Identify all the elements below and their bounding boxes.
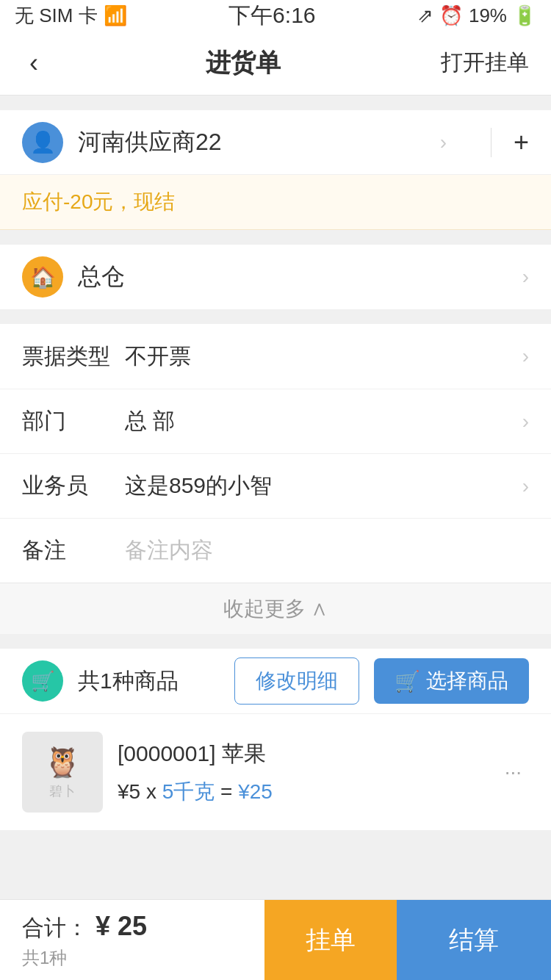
gap-4 bbox=[0, 634, 551, 649]
staff-value: 这是859的小智 bbox=[125, 471, 522, 501]
note-row[interactable]: 备注 备注内容 bbox=[0, 518, 551, 583]
product-name: [0000001] 苹果 bbox=[118, 739, 483, 769]
total-sub: 共1种 bbox=[22, 946, 242, 970]
total-amount: ¥ 25 bbox=[96, 911, 147, 942]
alert-text: 应付-20元，现结 bbox=[22, 190, 175, 213]
product-thumbnail: 🦉 碧卜 bbox=[22, 732, 103, 813]
supplier-avatar: 👤 bbox=[22, 122, 63, 163]
home-icon: 🏠 bbox=[30, 265, 56, 289]
dept-value: 总 部 bbox=[125, 406, 522, 436]
total-main: 合计： ¥ 25 bbox=[22, 911, 242, 943]
product-title: 苹果 bbox=[222, 741, 266, 765]
total-value: ¥25 bbox=[238, 780, 273, 803]
note-label: 备注 bbox=[22, 536, 125, 566]
content-area: 👤 河南供应商22 › + 应付-20元，现结 🏠 总仓 › 票据类型 不开票 bbox=[0, 96, 551, 918]
staff-row[interactable]: 业务员 这是859的小智 › bbox=[0, 453, 551, 518]
warehouse-icon: 🏠 bbox=[22, 256, 63, 298]
staff-label: 业务员 bbox=[22, 471, 125, 501]
chevron-right-icon: › bbox=[522, 265, 529, 289]
product-code: [0000001] bbox=[118, 741, 215, 765]
select-label: 选择商品 bbox=[426, 667, 508, 695]
product-info: [0000001] 苹果 ¥5 x 5千克 = ¥25 bbox=[118, 739, 483, 806]
supplier-section: 👤 河南供应商22 › + 应付-20元，现结 bbox=[0, 110, 551, 230]
ticket-value: 不开票 bbox=[125, 342, 522, 372]
location-icon: ⇗ bbox=[417, 4, 433, 27]
battery-icon: 🔋 bbox=[513, 4, 536, 27]
bottom-total: 合计： ¥ 25 共1种 bbox=[0, 911, 264, 970]
add-button[interactable]: + bbox=[514, 127, 529, 158]
equals-sign: = bbox=[220, 780, 238, 803]
supplier-name: 河南供应商22 bbox=[78, 126, 440, 159]
chevron-right-icon: › bbox=[522, 345, 529, 368]
back-button[interactable]: ‹ bbox=[22, 40, 46, 86]
product-price: ¥5 x 5千克 = ¥25 bbox=[118, 778, 483, 806]
note-input[interactable]: 备注内容 bbox=[125, 536, 529, 566]
alert-row: 应付-20元，现结 bbox=[0, 175, 551, 230]
qty-value: 5千克 bbox=[162, 780, 215, 803]
open-hang-button[interactable]: 打开挂单 bbox=[441, 48, 529, 78]
warehouse-name: 总仓 bbox=[78, 261, 522, 293]
chevron-right-icon: › bbox=[440, 131, 447, 154]
battery-level: 19% bbox=[469, 4, 507, 27]
checkout-button[interactable]: 结算 bbox=[397, 900, 551, 981]
more-button[interactable]: ··· bbox=[497, 753, 529, 791]
dept-row[interactable]: 部门 总 部 › bbox=[0, 389, 551, 453]
hang-button[interactable]: 挂单 bbox=[264, 900, 397, 981]
bottom-bar: 合计： ¥ 25 共1种 挂单 结算 bbox=[0, 899, 551, 980]
gap-2 bbox=[0, 230, 551, 245]
cart-icon: 🛒 bbox=[31, 670, 54, 693]
ticket-type-row[interactable]: 票据类型 不开票 › bbox=[0, 324, 551, 389]
product-item: 🦉 碧卜 [0000001] 苹果 ¥5 x 5千克 = ¥25 ··· bbox=[0, 713, 551, 830]
select-product-button[interactable]: 🛒 选择商品 bbox=[374, 658, 529, 704]
status-bar: 无 SIM 卡 📶 下午6:16 ⇗ ⏰ 19% 🔋 bbox=[0, 0, 551, 31]
status-right: ⇗ ⏰ 19% 🔋 bbox=[417, 4, 536, 27]
edit-detail-button[interactable]: 修改明细 bbox=[234, 657, 359, 705]
chevron-right-icon: › bbox=[522, 410, 529, 433]
supplier-row[interactable]: 👤 河南供应商22 › + bbox=[0, 110, 551, 175]
select-icon: 🛒 bbox=[395, 669, 420, 693]
collapse-button[interactable]: 收起更多 ∧ bbox=[0, 583, 551, 634]
products-count: 共1种商品 bbox=[78, 666, 220, 696]
collapse-label: 收起更多 ∧ bbox=[223, 595, 328, 623]
status-left: 无 SIM 卡 📶 bbox=[15, 3, 127, 29]
warehouse-section: 🏠 总仓 › bbox=[0, 245, 551, 309]
divider bbox=[491, 128, 491, 157]
products-section: 🛒 共1种商品 修改明细 🛒 选择商品 🦉 碧卜 [0000001] 苹果 bbox=[0, 649, 551, 830]
gap-3 bbox=[0, 309, 551, 324]
dept-label: 部门 bbox=[22, 406, 125, 436]
price-value: ¥5 bbox=[118, 780, 140, 803]
status-time: 下午6:16 bbox=[228, 1, 315, 31]
warehouse-row[interactable]: 🏠 总仓 › bbox=[0, 245, 551, 309]
user-icon: 👤 bbox=[30, 130, 56, 154]
total-label: 合计： bbox=[22, 913, 88, 943]
gap-1 bbox=[0, 96, 551, 110]
form-section: 票据类型 不开票 › 部门 总 部 › 业务员 这是859的小智 › 备注 备注… bbox=[0, 324, 551, 634]
chevron-right-icon: › bbox=[522, 475, 529, 498]
alarm-icon: ⏰ bbox=[439, 4, 463, 27]
thumb-text: 碧卜 bbox=[49, 782, 76, 800]
nav-bar: ‹ 进货单 打开挂单 bbox=[0, 31, 551, 96]
page-title: 进货单 bbox=[206, 46, 281, 80]
multiply-sign: x bbox=[146, 780, 162, 803]
thumb-icon: 🦉 bbox=[44, 745, 81, 779]
ticket-label: 票据类型 bbox=[22, 342, 125, 372]
products-icon: 🛒 bbox=[22, 660, 63, 702]
sim-label: 无 SIM 卡 bbox=[15, 3, 98, 29]
wifi-icon: 📶 bbox=[104, 4, 127, 27]
products-header: 🛒 共1种商品 修改明细 🛒 选择商品 bbox=[0, 649, 551, 713]
